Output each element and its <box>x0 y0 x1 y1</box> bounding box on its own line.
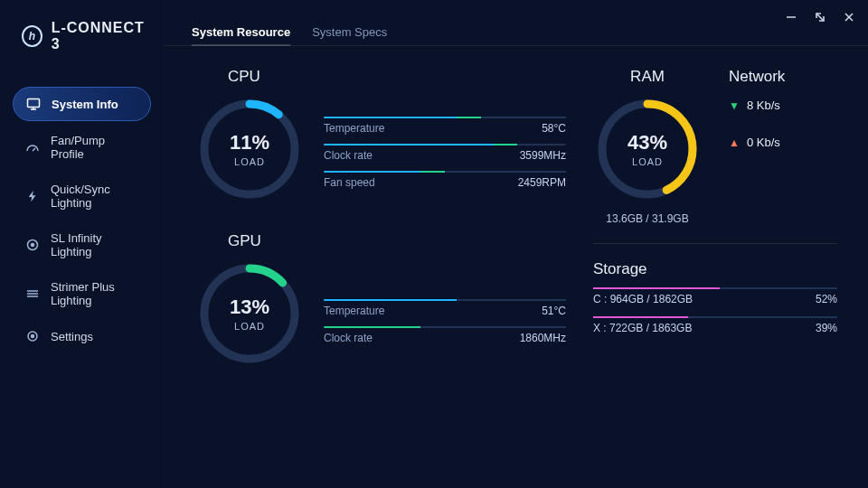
tab-system-resource[interactable]: System Resource <box>192 25 290 46</box>
maximize-button[interactable] <box>814 11 826 26</box>
gear-icon <box>25 329 40 343</box>
sidebar-item-quick-sync[interactable]: Quick/Sync Lighting <box>13 174 151 219</box>
cpu-kv-temp: Temperature58°C <box>324 117 566 135</box>
sidebar-item-sl-infinity[interactable]: SL Infinity Lighting <box>13 222 151 267</box>
sidebar-item-label: Quick/Sync Lighting <box>51 183 138 210</box>
cpu-gauge: 11% LOAD <box>195 95 304 203</box>
window-controls <box>785 11 855 26</box>
content: CPU 11% LOAD <box>165 46 868 488</box>
ram-usage: 13.6GB / 31.9GB <box>593 212 702 225</box>
ram-load-pct: 43% <box>627 131 667 155</box>
storage-x-pct: 39% <box>816 322 837 334</box>
sidebar-item-label: Fan/Pump Profile <box>51 134 138 161</box>
storage-c-label: C : 964GB / 1862GB <box>593 293 693 305</box>
brand: h L-CONNECT 3 <box>13 20 151 52</box>
network-down: ▼ 8 Kb/s <box>729 99 837 112</box>
sidebar-item-label: Settings <box>51 330 93 343</box>
network-up: ▲ 0 Kb/s <box>729 136 837 149</box>
storage-title: Storage <box>593 260 837 278</box>
gpu-gauge: 13% LOAD <box>195 259 304 368</box>
network-panel: Network ▼ 8 Kb/s ▲ 0 Kb/s <box>729 68 837 225</box>
svg-rect-0 <box>28 99 40 108</box>
ram-title: RAM <box>593 68 702 86</box>
lines-icon <box>25 286 40 301</box>
main: System Resource System Specs CPU 11% <box>165 0 868 488</box>
brand-name: L-CONNECT 3 <box>52 20 151 52</box>
sidebar-item-label: System Info <box>52 98 118 111</box>
sidebar-item-strimer[interactable]: Strimer Plus Lighting <box>13 271 151 316</box>
sidebar-item-system-info[interactable]: System Info <box>13 87 151 121</box>
cpu-kv-fan: Fan speed2459RPM <box>324 171 566 189</box>
sidebar: h L-CONNECT 3 System Info Fan/Pump Profi… <box>0 0 165 488</box>
gpu-panel: GPU 13% LOAD <box>195 232 566 368</box>
monitor-icon <box>26 97 41 111</box>
bolt-icon <box>25 189 40 203</box>
gpu-load-pct: 13% <box>230 296 269 319</box>
gpu-load-label: LOAD <box>234 321 265 332</box>
tab-system-specs[interactable]: System Specs <box>312 25 387 46</box>
sidebar-nav: System Info Fan/Pump Profile Quick/Sync … <box>13 87 151 352</box>
col-left: CPU 11% LOAD <box>195 68 566 479</box>
storage-panel: Storage C : 964GB / 1862GB 52% X : 722GB… <box>593 260 837 345</box>
gpu-title: GPU <box>195 232 566 250</box>
network-title: Network <box>729 68 837 86</box>
cpu-kv-list: Temperature58°C Clock rate3599MHz Fan sp… <box>324 109 566 189</box>
ram-gauge: 43% LOAD <box>593 95 702 203</box>
cpu-kv-clock: Clock rate3599MHz <box>324 144 566 162</box>
gpu-kv-clock: Clock rate1860MHz <box>324 326 566 344</box>
svg-point-4 <box>32 335 34 338</box>
sidebar-item-fan-pump[interactable]: Fan/Pump Profile <box>13 125 151 170</box>
sidebar-item-settings[interactable]: Settings <box>13 320 151 352</box>
arrow-up-icon: ▲ <box>729 136 740 149</box>
minimize-button[interactable] <box>785 11 797 26</box>
storage-x-label: X : 722GB / 1863GB <box>593 322 692 334</box>
brand-logo-icon: h <box>22 25 42 47</box>
divider <box>593 243 837 244</box>
cpu-load-label: LOAD <box>234 156 265 167</box>
col-right: RAM 43% LOAD 13.6GB / 31.9GB <box>593 68 837 479</box>
storage-row-x: X : 722GB / 1863GB 39% <box>593 316 837 334</box>
cpu-title: CPU <box>195 68 566 86</box>
ring-icon <box>25 238 40 252</box>
gauge-icon <box>25 140 40 155</box>
sidebar-item-label: SL Infinity Lighting <box>51 231 138 258</box>
network-down-value: 8 Kb/s <box>747 99 780 112</box>
cpu-panel: CPU 11% LOAD <box>195 68 566 203</box>
cpu-load-pct: 11% <box>230 131 269 155</box>
svg-point-2 <box>32 244 34 247</box>
gpu-kv-list: Temperature51°C Clock rate1860MHz <box>324 283 566 344</box>
tabs: System Resource System Specs <box>165 0 868 46</box>
storage-row-c: C : 964GB / 1862GB 52% <box>593 287 837 305</box>
storage-c-pct: 52% <box>816 293 837 305</box>
arrow-down-icon: ▼ <box>729 99 740 112</box>
ram-panel: RAM 43% LOAD 13.6GB / 31.9GB <box>593 68 702 225</box>
sidebar-item-label: Strimer Plus Lighting <box>51 280 138 307</box>
network-up-value: 0 Kb/s <box>747 136 780 149</box>
ram-load-label: LOAD <box>632 156 663 167</box>
gpu-kv-temp: Temperature51°C <box>324 299 566 317</box>
close-button[interactable] <box>843 11 855 26</box>
